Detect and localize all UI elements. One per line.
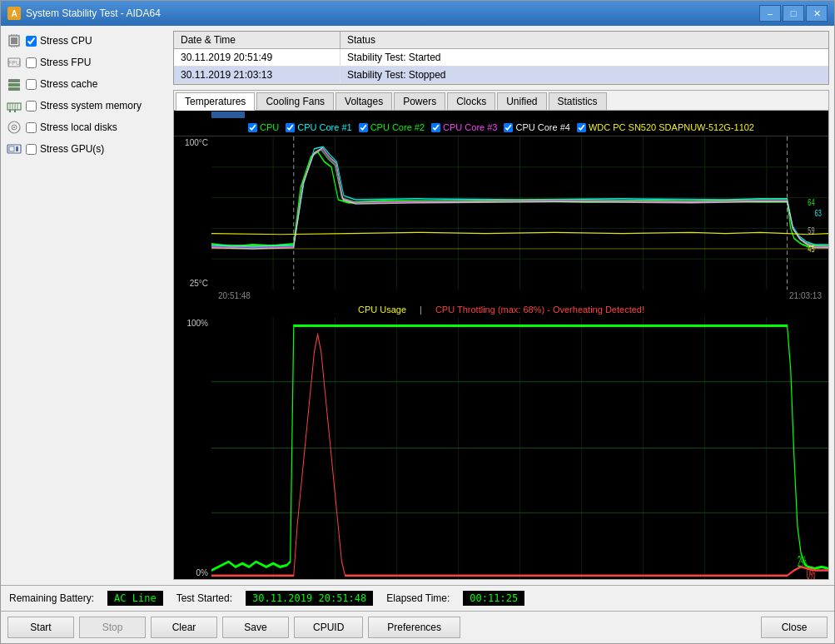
svg-point-22 — [13, 126, 15, 128]
usage-legend-throttle: CPU Throttling (max: 68%) - Overheating … — [435, 305, 644, 315]
legend-cpu-checkbox[interactable] — [248, 123, 257, 132]
temp-y-min: 25°C — [190, 279, 208, 288]
usage-y-min: 0% — [196, 568, 208, 577]
save-button[interactable]: Save — [222, 617, 289, 638]
main-content: Stress CPU FPU Stress FPU — [1, 26, 834, 585]
svg-rect-12 — [8, 87, 20, 91]
cpu-icon — [7, 33, 22, 48]
legend-core4-checkbox[interactable] — [504, 123, 513, 132]
titlebar: A System Stability Test - AIDA64 – □ ✕ — [1, 1, 834, 26]
clear-button[interactable]: Clear — [151, 617, 217, 638]
stress-gpu-checkbox[interactable] — [26, 144, 37, 155]
tab-voltages[interactable]: Voltages — [335, 92, 392, 110]
legend-core2-label: CPU Core #2 — [370, 122, 425, 132]
temp-chart-svg: 64 63 59 45 — [211, 136, 828, 290]
charts-area: Temperatures Cooling Fans Voltages Power… — [173, 90, 829, 580]
log-header-datetime: Date & Time — [174, 32, 340, 48]
close-button[interactable]: Close — [761, 617, 828, 638]
stress-fpu-checkbox[interactable] — [26, 57, 37, 68]
svg-rect-19 — [14, 110, 16, 112]
stress-disks-label[interactable]: Stress local disks — [40, 121, 117, 133]
tab-temperatures[interactable]: Temperatures — [176, 92, 255, 111]
legend-ssd-checkbox[interactable] — [577, 123, 586, 132]
memory-icon-box — [6, 97, 22, 114]
battery-label: Remaining Battery: — [9, 592, 94, 604]
legend-core4: CPU Core #4 — [504, 122, 569, 132]
fpu-icon-box: FPU — [6, 54, 22, 71]
preferences-button[interactable]: Preferences — [368, 617, 460, 638]
legend-core2-checkbox[interactable] — [359, 123, 368, 132]
battery-value: AC Line — [107, 591, 163, 606]
svg-text:2%: 2% — [798, 552, 807, 570]
cpuid-button[interactable]: CPUID — [294, 617, 363, 638]
legend-core3: CPU Core #3 — [431, 122, 497, 132]
stress-cpu-checkbox[interactable] — [26, 36, 37, 47]
legend-ssd: WDC PC SN520 SDAPNUW-512G-1102 — [577, 122, 754, 132]
tab-statistics[interactable]: Statistics — [549, 92, 607, 110]
stress-gpu-label[interactable]: Stress GPU(s) — [40, 143, 104, 155]
stress-cache-row: Stress cache — [6, 74, 168, 94]
log-row-1: 30.11.2019 20:51:49 Stability Test: Star… — [174, 49, 828, 67]
temp-chart-body: 100°C 25°C — [174, 136, 828, 290]
cpu-icon-box — [6, 32, 22, 49]
temp-y-max: 100°C — [185, 138, 208, 147]
stress-fpu-row: FPU Stress FPU — [6, 52, 168, 72]
temp-y-axis: 100°C 25°C — [174, 136, 211, 290]
legend-core1-checkbox[interactable] — [286, 123, 295, 132]
start-button[interactable]: Start — [7, 617, 74, 638]
scroll-indicator[interactable] — [211, 111, 245, 118]
stress-cpu-row: Stress CPU — [6, 31, 168, 51]
buttons-bar: Start Stop Clear Save CPUID Preferences … — [1, 611, 834, 643]
elapsed-value: 00:11:25 — [463, 591, 524, 606]
window-title: System Stability Test - AIDA64 — [26, 7, 759, 19]
tab-clocks[interactable]: Clocks — [447, 92, 495, 110]
usage-y-axis: 100% 0% — [174, 317, 211, 579]
titlebar-controls: – □ ✕ — [759, 5, 828, 22]
stress-memory-row: Stress system memory — [6, 96, 168, 116]
legend-core1: CPU Core #1 — [286, 122, 351, 132]
gpu-icon-box — [6, 141, 22, 157]
maximize-button[interactable]: □ — [783, 5, 804, 22]
disk-icon — [7, 120, 22, 135]
tab-powers[interactable]: Powers — [394, 92, 445, 110]
gpu-icon — [7, 141, 22, 156]
test-started-label: Test Started: — [176, 592, 232, 604]
test-started-value: 30.11.2019 20:51:48 — [246, 591, 373, 606]
svg-text:59: 59 — [808, 225, 814, 235]
legend-core2: CPU Core #2 — [359, 122, 425, 132]
stress-disks-checkbox[interactable] — [26, 122, 37, 133]
temp-chart-svg-container: 64 63 59 45 — [211, 136, 828, 290]
close-window-button[interactable]: ✕ — [806, 5, 828, 22]
log-body: 30.11.2019 20:51:49 Stability Test: Star… — [174, 49, 828, 84]
log-header-status: Status — [340, 32, 828, 48]
legend-core4-label: CPU Core #4 — [515, 122, 569, 132]
stress-options-panel: Stress CPU FPU Stress FPU — [6, 31, 168, 580]
svg-rect-18 — [9, 110, 11, 112]
svg-rect-25 — [16, 146, 18, 151]
stress-cache-checkbox[interactable] — [26, 79, 37, 90]
tabs-bar: Temperatures Cooling Fans Voltages Power… — [174, 91, 828, 111]
stress-cpu-label[interactable]: Stress CPU — [40, 35, 92, 47]
stress-gpu-row: Stress GPU(s) — [6, 139, 168, 159]
svg-rect-24 — [9, 146, 14, 151]
temp-time-axis: 20:51:48 21:03:13 — [174, 290, 828, 302]
tab-cooling-fans[interactable]: Cooling Fans — [256, 92, 334, 110]
legend-core3-checkbox[interactable] — [431, 123, 440, 132]
right-panel: Date & Time Status 30.11.2019 20:51:49 S… — [173, 31, 829, 580]
legend-core3-label: CPU Core #3 — [443, 122, 497, 132]
log-status-1: Stability Test: Started — [340, 49, 828, 66]
minimize-button[interactable]: – — [759, 5, 781, 22]
usage-y-max: 100% — [186, 319, 208, 328]
stress-fpu-label[interactable]: Stress FPU — [40, 57, 91, 68]
tab-unified[interactable]: Unified — [497, 92, 546, 110]
svg-rect-13 — [7, 103, 21, 110]
temp-time-start: 20:51:48 — [218, 291, 251, 300]
stress-memory-label[interactable]: Stress system memory — [40, 100, 142, 111]
stress-memory-checkbox[interactable] — [26, 101, 37, 111]
legend-core1-label: CPU Core #1 — [297, 122, 351, 132]
stop-button[interactable]: Stop — [79, 617, 146, 638]
usage-legend-title: CPU Usage — [358, 305, 406, 315]
svg-text:0%: 0% — [807, 565, 816, 579]
stress-cache-label[interactable]: Stress cache — [40, 78, 97, 90]
usage-chart-container: CPU Usage | CPU Throttling (max: 68%) - … — [174, 302, 828, 579]
